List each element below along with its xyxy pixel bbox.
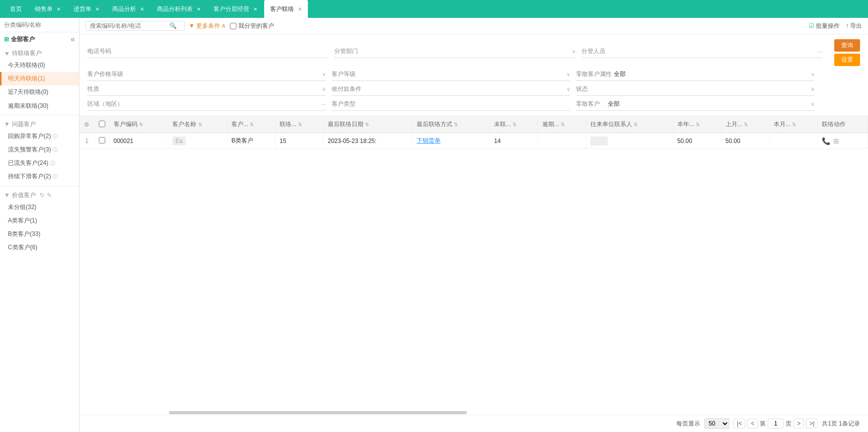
settings-icon[interactable]: ⚙	[84, 121, 89, 128]
search-icon[interactable]: 🔍	[169, 22, 177, 29]
col-checkbox	[94, 116, 109, 133]
close-icon[interactable]: ✕	[140, 6, 144, 12]
more-icon[interactable]: ···	[817, 48, 822, 55]
chevron-down-icon[interactable]: ∨	[567, 72, 570, 77]
info-icon: ⓘ	[53, 134, 58, 139]
export-button[interactable]: ↑ 导出	[846, 22, 862, 30]
filter-row-4: 区域（地区） ··· 客户类型 零散客户 全部 ∨	[87, 100, 860, 111]
page-nav: |< < 第 页 > >|	[733, 419, 818, 429]
close-icon[interactable]: ✕	[57, 6, 61, 12]
col-name-label: 客户名称	[172, 121, 196, 128]
sidebar-all-customers[interactable]: ⊞ 全部客户 «	[0, 32, 79, 46]
more-icon[interactable]: ···	[321, 101, 326, 108]
sidebar-item-b-class[interactable]: B类客户(33)	[0, 227, 79, 241]
scroll-bar[interactable]	[169, 411, 467, 414]
sidebar-item-today-contact[interactable]: 今天待联络(0)	[0, 59, 79, 72]
sort-icon[interactable]: ⇅	[365, 122, 369, 127]
page-label: 第	[760, 420, 766, 428]
col-last-month-label: 上月...	[725, 121, 742, 128]
row-code: 000021	[109, 133, 168, 149]
sidebar-item-tomorrow-contact[interactable]: 明天待联络(1)	[0, 72, 79, 85]
chevron-down-icon[interactable]: ∨	[572, 49, 576, 54]
divider	[0, 115, 79, 115]
batch-operation-button[interactable]: ☑ 批量操作	[809, 22, 840, 30]
prev-page-button[interactable]: <	[747, 419, 758, 429]
main-layout: 🔍 ⊞ 全部客户 « ▼ 待联络客户 今天待联络(0) 明天待联络(1) 近7天…	[0, 18, 868, 432]
nav-customer-contact[interactable]: 客户联络 ✕	[264, 0, 308, 18]
qr-icon[interactable]: ⊞	[833, 137, 839, 145]
filter-phone: 电话号码	[87, 47, 328, 58]
sidebar-item-churned[interactable]: 已流失客户(24) ⓘ	[0, 156, 79, 170]
sort-icon[interactable]: ⇅	[139, 122, 143, 127]
select-all-checkbox[interactable]	[99, 121, 105, 127]
query-button[interactable]: 查询	[834, 39, 860, 52]
close-icon[interactable]: ✕	[95, 6, 99, 12]
sort-icon[interactable]: ⇅	[634, 122, 638, 127]
chevron-down-icon[interactable]: ∨	[322, 86, 326, 92]
sort-icon[interactable]: ⇅	[744, 122, 748, 127]
sidebar-item-ungrouped[interactable]: 未分组(32)	[0, 201, 79, 214]
row-contacts: 15	[276, 133, 324, 149]
refresh-icon[interactable]: ↻	[40, 192, 45, 199]
collapse-icon[interactable]: «	[71, 35, 75, 44]
sidebar-item-a-class[interactable]: A类客户(1)	[0, 214, 79, 227]
nav-sales[interactable]: 销售单 ✕	[29, 0, 67, 18]
sort-icon[interactable]: ⇅	[792, 122, 796, 127]
arrow-down-icon: ▼	[4, 121, 10, 128]
call-icon[interactable]: 📞	[822, 137, 830, 145]
first-page-button[interactable]: |<	[733, 419, 745, 429]
close-icon[interactable]: ✕	[253, 6, 257, 12]
nav-home[interactable]: 首页	[4, 0, 28, 18]
nav-goods-analysis-list[interactable]: 商品分析列表 ✕	[151, 0, 207, 18]
col-action: 联络动作	[817, 116, 868, 133]
sort-icon[interactable]: ⇅	[250, 122, 254, 127]
sidebar-item-c-class[interactable]: C类客户(6)	[0, 241, 79, 254]
row-checkbox[interactable]	[99, 137, 105, 144]
sort-icon[interactable]: ⇅	[512, 122, 516, 127]
row-last-month: 50.00	[721, 133, 769, 149]
filter-retail-customer-value[interactable]: 全部	[608, 100, 809, 108]
nav-goods-analysis[interactable]: 商品分析 ✕	[106, 0, 150, 18]
per-page-label: 每页显示	[676, 420, 700, 428]
table-row: 1 000021 Ea B类客户 15 2023-05-23 18:25: 下销…	[79, 133, 868, 149]
search-input[interactable]	[90, 22, 169, 29]
nav-customer-segment[interactable]: 客户分层经营 ✕	[208, 0, 263, 18]
more-filter-button[interactable]: ▼ 更多条件 ∧	[189, 22, 226, 30]
settings-button[interactable]: 设置	[834, 54, 860, 66]
sidebar-item-abnormal-repurchase[interactable]: 回购异常客户(2) ⓘ	[0, 130, 79, 143]
sort-icon[interactable]: ⇅	[561, 122, 565, 127]
sort-icon[interactable]: ⇅	[198, 122, 202, 127]
chevron-down-icon[interactable]: ∨	[322, 72, 326, 77]
per-page-select[interactable]: 50 100 200	[704, 418, 729, 429]
close-icon[interactable]: ✕	[197, 6, 201, 12]
chevron-down-icon[interactable]: ∨	[811, 72, 814, 77]
col-last-method: 最后联络方式 ⇅	[413, 116, 490, 133]
filter-row-3: 性质 ∨ 收付款条件 ∨ 状态 ∨	[87, 85, 860, 96]
chevron-down-icon[interactable]: ∨	[567, 86, 570, 92]
nav-purchase[interactable]: 进货单 ✕	[68, 0, 105, 18]
row-last-method: 下销货单	[413, 133, 490, 149]
sidebar-item-7day-contact[interactable]: 近7天待联络(0)	[0, 85, 79, 99]
col-contacts-label: 联络...	[280, 121, 296, 128]
sort-icon[interactable]: ⇅	[454, 122, 458, 127]
filter-price-level-label: 客户价格等级	[87, 70, 123, 78]
sidebar-problem-group: ▼ 问题客户	[0, 117, 79, 130]
sort-icon[interactable]: ⇅	[298, 122, 302, 127]
last-method-link[interactable]: 下销货单	[417, 137, 440, 144]
chevron-down-icon[interactable]: ∨	[811, 101, 814, 107]
col-this-year: 本年... ⇅	[673, 116, 721, 133]
sidebar-item-declining[interactable]: 持续下滑客户(2) ⓘ	[0, 170, 79, 183]
filter-retail-attr-value[interactable]: 全部	[614, 70, 809, 78]
edit-icon[interactable]: ✎	[47, 192, 52, 199]
close-icon[interactable]: ✕	[298, 6, 302, 12]
my-customer-checkbox[interactable]	[230, 23, 236, 29]
sort-icon[interactable]: ⇅	[696, 122, 700, 127]
last-page-button[interactable]: >|	[806, 419, 818, 429]
next-page-button[interactable]: >	[794, 419, 804, 429]
sidebar-item-overdue-contact[interactable]: 逾期未联络(30)	[0, 99, 79, 113]
chevron-down-icon[interactable]: ∨	[811, 86, 814, 92]
sidebar-item-churn-warning[interactable]: 流失预警客户(3) ⓘ	[0, 143, 79, 156]
sidebar-search-input[interactable]	[4, 21, 78, 28]
col-category-label: 客户...	[231, 121, 248, 128]
page-input[interactable]	[768, 419, 784, 429]
